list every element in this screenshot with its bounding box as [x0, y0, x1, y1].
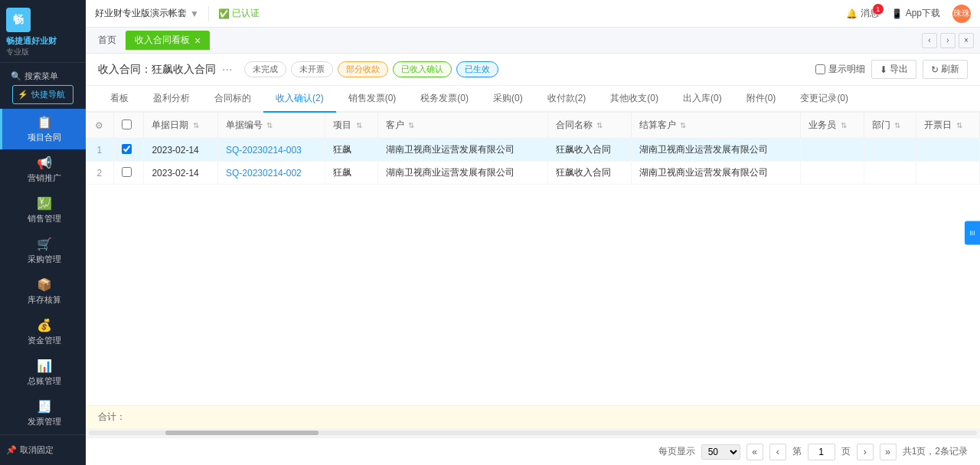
settings-icon[interactable]: ⚙ — [95, 120, 103, 131]
tab-revenue-confirm[interactable]: 收入确认(2) — [263, 86, 336, 113]
row-customer-cell: 湖南卫视商业运营发展有限公司 — [377, 139, 547, 162]
refresh-button[interactable]: ↻ 刷新 — [923, 60, 968, 79]
tab-profit[interactable]: 盈利分析 — [141, 86, 202, 113]
tab-sales-invoice[interactable]: 销售发票(0) — [336, 86, 409, 113]
salesman-header[interactable]: 业务员 ⇅ — [801, 113, 864, 139]
download-icon: 📱 — [891, 8, 903, 19]
bell-icon: 🔔 — [846, 8, 858, 19]
table-row[interactable]: 1 2023-02-14 SQ-20230214-003 狂飙 湖南卫视商业运营… — [86, 139, 980, 162]
app-download-button[interactable]: 📱 App下载 — [891, 7, 940, 20]
tab-change-log[interactable]: 变更记录(0) — [788, 86, 861, 113]
sidebar-item-label: 采购管理 — [28, 254, 61, 265]
tab-contract-items[interactable]: 合同标的 — [202, 86, 263, 113]
number-header[interactable]: 单据编号 ⇅ — [218, 113, 325, 139]
tab-tax-invoice[interactable]: 税务发票(0) — [408, 86, 481, 113]
scroll-thumb[interactable] — [165, 431, 318, 435]
right-panel-toggle[interactable]: ≡ — [965, 221, 980, 244]
user-avatar-button[interactable]: 珠珠 — [952, 5, 971, 23]
sidebar-item-label: 营销推广 — [28, 172, 61, 184]
status-buttons: 未完成 未开票 部分收款 已收入确认 已生效 — [244, 61, 498, 77]
tab-next-button[interactable]: › — [940, 33, 956, 48]
date-label: 单据日期 — [152, 120, 188, 130]
refresh-label: 刷新 — [941, 63, 959, 76]
last-page-button[interactable]: » — [880, 444, 897, 460]
more-button[interactable]: ··· — [222, 63, 232, 77]
home-tab[interactable]: 首页 — [92, 31, 122, 50]
customer-header[interactable]: 客户 ⇅ — [377, 113, 547, 139]
sidebar-item-purchase[interactable]: 🛒 采购管理 — [0, 231, 86, 271]
sidebar-item-inventory[interactable]: 📦 库存核算 — [0, 271, 86, 312]
status-revenue-confirmed[interactable]: 已收入确认 — [393, 61, 452, 77]
search-menu-button[interactable]: 🔍 搜索菜单 — [6, 67, 80, 85]
page-input[interactable] — [808, 444, 835, 460]
horizontal-scrollbar[interactable] — [86, 428, 980, 437]
dept-sort-icon: ⇅ — [894, 121, 900, 129]
row-contract-name-cell: 狂飙收入合同 — [547, 162, 631, 185]
sidebar-item-sales[interactable]: 💹 销售管理 — [0, 190, 86, 231]
checkbox-header[interactable] — [113, 113, 144, 139]
export-button[interactable]: ⬇ 导出 — [871, 60, 916, 79]
tab-close-all-button[interactable]: × — [959, 33, 974, 48]
certified-icon: ✅ — [218, 8, 230, 19]
company-selector[interactable]: 好业财专业版演示帐套 ▼ — [95, 7, 199, 20]
row-project-cell: 狂飙 — [325, 162, 377, 185]
refresh-icon: ↻ — [931, 64, 939, 75]
row-number-link[interactable]: SQ-20230214-003 — [226, 145, 302, 156]
tab-other-income[interactable]: 其他收支(0) — [598, 86, 671, 113]
tab-attachments[interactable]: 附件(0) — [734, 86, 789, 113]
tab-payment[interactable]: 收付款(2) — [535, 86, 599, 113]
sidebar-item-ledger[interactable]: 📊 总账管理 — [0, 352, 86, 393]
page-label-end: 页 — [841, 445, 851, 458]
settle-customer-header[interactable]: 结算客户 ⇅ — [631, 113, 801, 139]
status-effective[interactable]: 已生效 — [456, 61, 498, 77]
contract-name-label: 合同名称 — [556, 120, 593, 130]
active-tab[interactable]: 收入合同看板 × — [126, 31, 210, 50]
row-checkbox-cell[interactable] — [113, 139, 144, 162]
sidebar-item-marketing[interactable]: 📢 营销推广 — [0, 149, 86, 190]
contract-name-header[interactable]: 合同名称 ⇅ — [547, 113, 631, 139]
dept-header[interactable]: 部门 ⇅ — [864, 113, 916, 139]
tab-purchase[interactable]: 采购(0) — [481, 86, 535, 113]
sidebar-item-project-contract[interactable]: 📋 项目合同 — [0, 109, 86, 149]
tab-prev-button[interactable]: ‹ — [922, 33, 937, 48]
row-number-link[interactable]: SQ-20230214-002 — [226, 168, 302, 178]
purchase-icon: 🛒 — [37, 237, 52, 251]
invoice-date-header[interactable]: 开票日 ⇅ — [916, 113, 980, 139]
tab-warehouse[interactable]: 出入库(0) — [671, 86, 734, 113]
close-tab-button[interactable]: × — [194, 34, 201, 47]
sidebar-item-capital[interactable]: 💰 资金管理 — [0, 312, 86, 352]
select-all-checkbox[interactable] — [122, 120, 132, 129]
export-icon: ⬇ — [880, 64, 887, 75]
page-label: 第 — [792, 445, 802, 458]
quick-nav-button[interactable]: ⚡ 快捷导航 — [12, 85, 74, 104]
pagination: 每页显示 50 20 100 « ‹ 第 页 › » 共1页，2条记录 — [86, 437, 980, 465]
main-area: 好业财专业版演示帐套 ▼ ✅ 已认证 🔔 消息 1 📱 App下载 珠珠 — [86, 0, 980, 465]
unpin-button[interactable]: 📌 取消固定 — [6, 441, 80, 459]
row-checkbox-cell[interactable] — [113, 162, 144, 185]
row-checkbox[interactable] — [122, 167, 132, 177]
active-tab-label: 收入合同看板 — [135, 34, 190, 47]
date-header[interactable]: 单据日期 ⇅ — [144, 113, 218, 139]
show-detail-checkbox[interactable] — [815, 64, 825, 74]
status-uncompleted[interactable]: 未完成 — [244, 61, 286, 77]
messages-button[interactable]: 🔔 消息 1 — [846, 7, 879, 20]
page-size-select[interactable]: 50 20 100 — [701, 444, 740, 460]
number-label: 单据编号 — [226, 120, 263, 130]
table-row[interactable]: 2 2023-02-14 SQ-20230214-002 狂飙 湖南卫视商业运营… — [86, 162, 980, 185]
next-page-button[interactable]: › — [857, 444, 874, 460]
row-number-cell: SQ-20230214-003 — [218, 139, 325, 162]
prev-page-button[interactable]: ‹ — [769, 444, 786, 460]
status-uninvoiced[interactable]: 未开票 — [291, 61, 333, 77]
project-header[interactable]: 项目 ⇅ — [325, 113, 377, 139]
first-page-button[interactable]: « — [746, 444, 763, 460]
row-salesman-cell — [801, 139, 864, 162]
status-partial-payment[interactable]: 部分收款 — [338, 61, 388, 77]
settings-header[interactable]: ⚙ — [86, 113, 113, 139]
show-detail-label[interactable]: 显示明细 — [815, 63, 865, 76]
row-checkbox[interactable] — [122, 144, 132, 154]
tab-kanban[interactable]: 看板 — [98, 86, 141, 113]
sidebar-item-invoice[interactable]: 🧾 发票管理 — [0, 393, 86, 434]
search-icon: 🔍 — [11, 71, 21, 81]
content-actions: 显示明细 ⬇ 导出 ↻ 刷新 — [815, 60, 968, 79]
topbar-divider — [208, 6, 209, 21]
